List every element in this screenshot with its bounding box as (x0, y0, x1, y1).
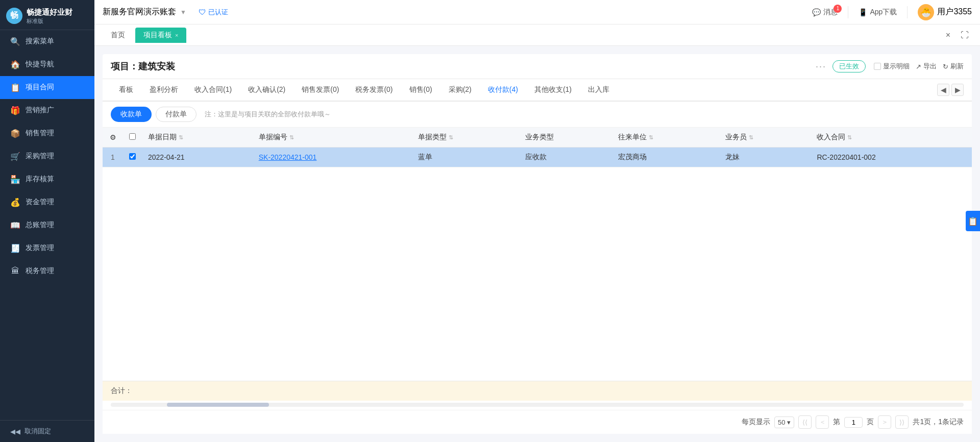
funds-icon: 💰 (10, 198, 20, 207)
sidebar-item-marketing[interactable]: 🎁 营销推广 (0, 99, 94, 122)
row-checkbox[interactable] (129, 153, 136, 160)
page-tabs: 首页 项目看板 × × ⛶ (94, 24, 980, 46)
subtab-nav: ◀ ▶ (937, 84, 964, 96)
more-options-button[interactable]: ··· (816, 61, 826, 72)
scrollbar-track (111, 403, 964, 407)
shield-icon: 🛡 (199, 8, 206, 16)
export-icon: ↗ (916, 63, 921, 70)
cell-date: 2022-04-21 (142, 148, 253, 167)
first-page-button[interactable]: ⟨⟨ (798, 415, 812, 429)
show-detail-checkbox[interactable] (874, 63, 881, 70)
row-checkbox-cell[interactable] (123, 148, 142, 167)
column-check[interactable] (123, 128, 142, 148)
home-icon: 🏠 (10, 60, 20, 69)
subtab-purchase[interactable]: 采购(2) (440, 79, 480, 102)
subtab-kanban[interactable]: 看板 (111, 79, 141, 102)
sidebar-item-ledger[interactable]: 📖 总账管理 (0, 214, 94, 237)
sidebar-item-sales[interactable]: 📦 销售管理 (0, 122, 94, 145)
sidebar-item-inventory[interactable]: 🏪 库存核算 (0, 168, 94, 191)
maximize-window-button[interactable]: ⛶ (958, 30, 972, 41)
cell-type: 蓝单 (412, 148, 520, 167)
tab-project-label: 项目看板 (143, 31, 172, 40)
subtab-prev-button[interactable]: ◀ (937, 84, 949, 96)
sort-type-icon[interactable]: ⇅ (449, 134, 453, 140)
sidebar-item-search[interactable]: 🔍 搜索菜单 (0, 30, 94, 53)
sidebar-item-quicknav[interactable]: 🏠 快捷导航 (0, 53, 94, 76)
column-gear[interactable]: ⚙ (103, 128, 123, 148)
table-scrollbar[interactable] (103, 401, 972, 410)
account-name[interactable]: 新服务官网演示账套 (103, 7, 176, 17)
unpin-label: 取消固定 (24, 427, 51, 436)
page-number-input[interactable] (844, 417, 863, 428)
show-detail-label: 显示明细 (883, 62, 910, 71)
subtab-receipt[interactable]: 收付款(4) (480, 79, 526, 102)
cell-partner: 宏茂商场 (612, 148, 720, 167)
refresh-button[interactable]: ↻ 刷新 (943, 62, 964, 71)
topbar: 新服务官网演示账套 ▼ 🛡 已认证 💬 消息 1 📱 App下载 🐣 用户335… (94, 0, 980, 24)
prev-page-button[interactable]: ＜ (816, 415, 829, 429)
subtab-other-expense[interactable]: 其他收支(1) (526, 79, 580, 102)
account-arrow-icon[interactable]: ▼ (180, 9, 186, 16)
export-button[interactable]: ↗ 导出 (916, 62, 937, 71)
search-icon: 🔍 (10, 37, 20, 46)
sidebar-item-purchase[interactable]: 🛒 采购管理 (0, 145, 94, 168)
sort-salesperson-icon[interactable]: ⇅ (749, 134, 753, 140)
message-button[interactable]: 💬 消息 1 (812, 8, 838, 17)
project-title: 项目：建筑安装 (111, 60, 816, 72)
select-all-checkbox[interactable] (129, 133, 136, 140)
tab-home[interactable]: 首页 (103, 28, 133, 43)
subtab-income-contract[interactable]: 收入合同(1) (186, 79, 240, 102)
subtab-sales[interactable]: 销售(0) (401, 79, 440, 102)
table-header-row: ⚙ 单据日期⇅ 单据编号⇅ 单据类型⇅ 业务类型 往来单位⇅ 业务员⇅ 收入合同… (103, 128, 972, 148)
sidebar-item-contract[interactable]: 📋 项目合同 (0, 76, 94, 99)
app-download-button[interactable]: 📱 App下载 (859, 8, 897, 17)
user-menu[interactable]: 🐣 用户3355 (918, 4, 972, 20)
page-size-arrow-icon: ▾ (787, 419, 791, 426)
page-word2: 页 (867, 418, 874, 427)
message-badge: 1 (834, 5, 842, 13)
sidebar-item-label: 营销推广 (26, 106, 54, 115)
page-size-select[interactable]: 50 ▾ (774, 416, 794, 428)
tax-icon: 🏛 (10, 266, 20, 276)
purchase-icon: 🛒 (10, 152, 20, 161)
logo-sub: 标准版 (27, 17, 72, 24)
receipt-tab-button[interactable]: 收款单 (111, 107, 152, 122)
sidebar-item-label: 销售管理 (26, 129, 54, 138)
close-window-button[interactable]: × (943, 30, 953, 41)
certified-badge: 🛡 已认证 (199, 8, 228, 17)
sidebar-item-label: 采购管理 (26, 152, 54, 161)
unpin-button[interactable]: ◀◀ 取消固定 (0, 420, 94, 442)
subtab-profit[interactable]: 盈利分析 (141, 79, 186, 102)
column-income-contract: 收入合同⇅ (811, 128, 972, 148)
sort-contract-icon[interactable]: ⇅ (847, 134, 852, 140)
gift-icon: 🎁 (10, 106, 20, 115)
sidebar-item-funds[interactable]: 💰 资金管理 (0, 191, 94, 214)
subtab-sales-invoice[interactable]: 销售发票(0) (293, 79, 347, 102)
tab-close-icon[interactable]: × (175, 32, 178, 38)
float-panel-button[interactable]: 📋 (966, 211, 980, 231)
column-biz-type: 业务类型 (519, 128, 611, 148)
sort-number-icon[interactable]: ⇅ (289, 134, 294, 140)
pagination: 每页显示 50 ▾ ⟨⟨ ＜ 第 页 ＞ ⟩⟩ 共1页，1条记录 (103, 410, 972, 434)
sidebar-item-invoice[interactable]: 🧾 发票管理 (0, 237, 94, 260)
receipt-table: ⚙ 单据日期⇅ 单据编号⇅ 单据类型⇅ 业务类型 往来单位⇅ 业务员⇅ 收入合同… (103, 128, 972, 167)
sidebar-logo: 畅 畅捷通好业财 标准版 (0, 0, 94, 30)
subtab-next-button[interactable]: ▶ (951, 84, 964, 96)
sort-date-icon[interactable]: ⇅ (179, 134, 183, 140)
payment-tab-button[interactable]: 付款单 (156, 107, 197, 122)
project-status-badge: 已生效 (832, 60, 866, 72)
next-page-button[interactable]: ＞ (878, 415, 891, 429)
tab-project-board[interactable]: 项目看板 × (135, 28, 186, 43)
show-detail-toggle[interactable]: 显示明细 (874, 62, 910, 71)
subtab-income-confirm[interactable]: 收入确认(2) (240, 79, 293, 102)
sidebar-item-tax[interactable]: 🏛 税务管理 (0, 260, 94, 282)
sort-partner-icon[interactable]: ⇅ (649, 134, 653, 140)
document-link[interactable]: SK-20220421-001 (259, 153, 317, 161)
cell-number[interactable]: SK-20220421-001 (253, 148, 412, 167)
subtab-inout[interactable]: 出入库 (580, 79, 618, 102)
tab-home-label: 首页 (111, 31, 125, 40)
last-page-button[interactable]: ⟩⟩ (895, 415, 909, 429)
subtab-tax-invoice[interactable]: 税务发票(0) (347, 79, 401, 102)
sidebar-item-label: 税务管理 (26, 266, 54, 276)
scrollbar-thumb[interactable] (167, 403, 269, 407)
